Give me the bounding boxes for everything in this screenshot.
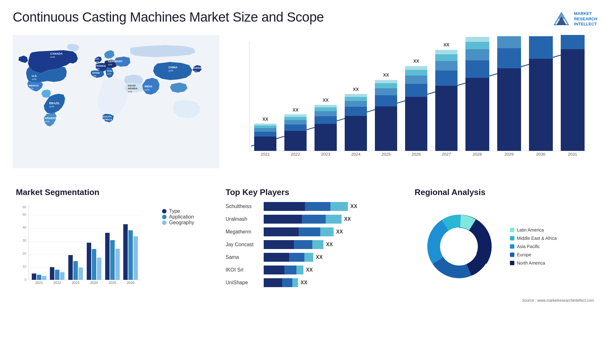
legend-geo-dot bbox=[162, 220, 166, 225]
bar-2026-seg1 bbox=[405, 97, 427, 151]
india-value: xx% bbox=[145, 88, 149, 91]
bar-2024-seg4 bbox=[345, 97, 367, 101]
bar-2022-seg2 bbox=[284, 125, 307, 131]
saudi-label2: ARABIA bbox=[128, 87, 138, 90]
bar-2026-seg4 bbox=[405, 70, 427, 76]
player-value-2: XX bbox=[344, 216, 351, 222]
bar-2029-seg3 bbox=[497, 36, 521, 48]
player-bar-5-seg3 bbox=[304, 253, 313, 262]
france-label: FRANCE bbox=[95, 64, 106, 67]
svg-text:10: 10 bbox=[23, 265, 26, 268]
bar-chart-svg: XX 2021 XX 2022 XX 2023 bbox=[222, 35, 594, 168]
seg-2026-type bbox=[123, 224, 128, 280]
seg-2024-type bbox=[87, 243, 91, 280]
france-value: xx% bbox=[95, 68, 99, 70]
bar-2023-seg2 bbox=[315, 116, 337, 124]
seg-2026-app bbox=[128, 230, 133, 280]
player-name-6: IKOI Srl bbox=[226, 267, 261, 273]
seg-2024-app bbox=[92, 249, 96, 280]
player-bar-6: XX bbox=[264, 266, 399, 274]
donut-chart-container: Latin America Middle East & Africa Asia … bbox=[415, 202, 594, 291]
seg-2021-type bbox=[32, 273, 36, 280]
legend-ap-label: Asia Pacific bbox=[517, 244, 540, 249]
bar-2026-seg5 bbox=[405, 66, 427, 70]
player-row-uralmash: Uralmash XX bbox=[226, 215, 399, 224]
seg-2022-geo bbox=[60, 272, 64, 280]
bar-2022-seg3 bbox=[284, 120, 307, 125]
us-value: xx% bbox=[32, 78, 37, 81]
legend-europe: Europe bbox=[510, 252, 557, 257]
player-bar-2-seg3 bbox=[326, 215, 342, 224]
legend-na-dot bbox=[510, 261, 514, 265]
segmentation-section: Market Segmentation 0 10 20 30 40 50 60 bbox=[10, 184, 216, 307]
header: Continuous Casting Machines Market Size … bbox=[0, 0, 610, 32]
brazil-label: BRAZIL bbox=[49, 102, 60, 105]
svg-text:2021: 2021 bbox=[35, 281, 43, 285]
map-svg: CANADA xx% U.S. xx% MEXICO xx% BRAZIL xx… bbox=[13, 35, 219, 168]
bar-2022-label: XX bbox=[293, 107, 299, 112]
legend-latin-america: Latin America bbox=[510, 227, 557, 233]
bar-2025-seg4 bbox=[375, 83, 397, 88]
bar-2023-seg5 bbox=[315, 105, 337, 107]
svg-text:30: 30 bbox=[23, 239, 26, 242]
player-bar-6-seg1 bbox=[264, 266, 284, 274]
canada-value: xx% bbox=[50, 56, 55, 58]
bar-2030-seg2 bbox=[529, 36, 553, 59]
seg-2025-type bbox=[105, 233, 110, 280]
seg-2021-geo bbox=[42, 276, 46, 280]
germany-label: GERMANY bbox=[108, 60, 123, 63]
seg-2025-geo bbox=[115, 249, 120, 280]
player-value-6: XX bbox=[306, 267, 313, 273]
player-bar-segments-4 bbox=[264, 240, 323, 249]
player-bar-7-seg2 bbox=[282, 278, 292, 287]
seg-2024-geo bbox=[97, 258, 101, 280]
source-text: Source : www.marketresearchintellect.com bbox=[522, 298, 594, 303]
bar-2031-year: 2031 bbox=[568, 152, 577, 157]
player-bar-4-seg1 bbox=[264, 240, 294, 249]
main-content: CANADA xx% U.S. xx% MEXICO xx% BRAZIL xx… bbox=[0, 32, 610, 307]
bar-2024-year: 2024 bbox=[351, 152, 361, 157]
player-bar-6-seg2 bbox=[284, 266, 296, 274]
player-bar-2-seg1 bbox=[264, 215, 302, 224]
uk-value: xx% bbox=[95, 61, 99, 63]
regional-section: Regional Analysis bbox=[408, 184, 600, 307]
bar-2027-seg1 bbox=[435, 86, 458, 151]
legend-na-label: North America bbox=[517, 260, 545, 266]
bar-2022-year: 2022 bbox=[291, 152, 300, 157]
china-label: CHINA bbox=[168, 66, 178, 69]
bar-2026-label: XX bbox=[413, 58, 419, 64]
legend-app-dot bbox=[162, 215, 166, 219]
player-value-1: XX bbox=[350, 204, 357, 209]
legend-la-label: Latin America bbox=[517, 227, 544, 233]
segmentation-chart-wrapper: 0 10 20 30 40 50 60 bbox=[16, 202, 210, 304]
bar-2023-seg4 bbox=[315, 107, 337, 111]
japan-value: xx% bbox=[192, 70, 197, 73]
seg-2023-geo bbox=[78, 267, 83, 280]
australia-shape bbox=[173, 100, 200, 118]
svg-text:0: 0 bbox=[24, 278, 26, 281]
player-bar-segments-3 bbox=[264, 227, 334, 236]
map-section: CANADA xx% U.S. xx% MEXICO xx% BRAZIL xx… bbox=[10, 32, 216, 184]
segmentation-svg: 0 10 20 30 40 50 60 bbox=[16, 202, 143, 291]
key-players-section: Top Key Players Schultheiss XX Uralmash bbox=[216, 184, 408, 307]
players-title: Top Key Players bbox=[226, 187, 399, 197]
bar-2025-seg1 bbox=[375, 106, 397, 151]
player-bar-1-seg1 bbox=[264, 202, 305, 211]
bar-2024-seg5 bbox=[345, 94, 367, 97]
us-label: U.S. bbox=[32, 74, 37, 78]
player-row-unishape: UniShape XX bbox=[226, 278, 399, 287]
sa-label: SOUTH bbox=[103, 115, 112, 118]
legend-mea-dot bbox=[510, 236, 514, 240]
bar-2031-seg1 bbox=[561, 49, 585, 151]
donut-center bbox=[440, 228, 478, 265]
player-bar-5-seg2 bbox=[289, 253, 304, 262]
legend-mea: Middle East & Africa bbox=[510, 236, 557, 241]
svg-text:2023: 2023 bbox=[72, 281, 79, 285]
player-name-5: Sama bbox=[226, 254, 261, 260]
player-bar-2-seg2 bbox=[302, 215, 326, 224]
bar-2025-year: 2025 bbox=[382, 152, 391, 157]
player-bar-1-seg3 bbox=[330, 202, 348, 211]
player-bar-3-seg1 bbox=[264, 227, 299, 236]
player-value-4: XX bbox=[326, 242, 333, 247]
svg-text:60: 60 bbox=[23, 205, 26, 209]
